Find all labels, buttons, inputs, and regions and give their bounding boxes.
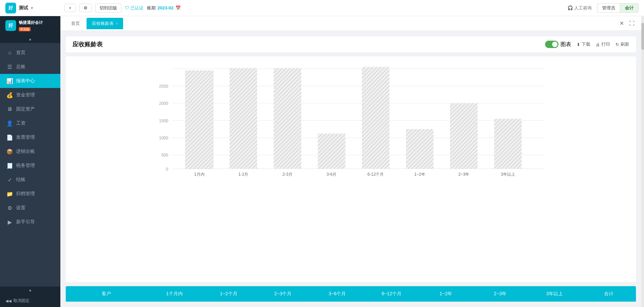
sidebar-item-label: 归档管理 xyxy=(16,191,35,197)
svg-text:1500: 1500 xyxy=(159,119,168,123)
th-total: 合计 xyxy=(582,286,636,302)
archive-icon: 📁 xyxy=(7,191,13,197)
logo-text-block: 畅捷通好会计 专业版 xyxy=(19,20,43,32)
sidebar-scroll-up[interactable]: ▲ xyxy=(0,35,60,43)
sidebar-item-inventory[interactable]: 📦 进销台账 xyxy=(0,144,60,159)
logo-text: 畅捷通好会计 xyxy=(19,20,43,26)
app-logo: 好 xyxy=(5,3,16,13)
main-layout: 好 畅捷通好会计 专业版 ▲ ⌂ 首页 ☰ 总账 📊 xyxy=(0,16,644,307)
page-header: 应收账龄表 图表 ⬇ 下载 🖨 打印 ↻ xyxy=(66,36,636,52)
svg-text:500: 500 xyxy=(161,153,168,158)
download-icon: ⬇ xyxy=(577,42,580,47)
invoice-icon: 📄 xyxy=(7,134,13,140)
svg-rect-18 xyxy=(274,68,301,169)
sidebar-item-label: 进销台账 xyxy=(16,148,35,155)
logo-icon: 好 xyxy=(5,20,16,31)
svg-text:3-6月: 3-6月 xyxy=(327,172,337,177)
toggle-control[interactable] xyxy=(545,41,558,48)
refresh-label: 刷新 xyxy=(621,41,629,47)
ledger-icon: ☰ xyxy=(7,64,13,70)
sidebar-item-label: 工资 xyxy=(16,120,25,126)
dropdown-icon[interactable]: ▾ xyxy=(31,6,33,10)
chart-container: 0 500 1000 1500 2000 2500 1月内 1-2月 2-3月 xyxy=(66,56,636,282)
sidebar-item-settings[interactable]: ⚙ 设置 xyxy=(0,201,60,215)
th-3-6month: 3~6个月 xyxy=(310,286,365,302)
right-scrollbar[interactable] xyxy=(641,16,644,307)
main-area: 首页 应收账龄表 × ✕ ⛶ 应收账龄表 图表 xyxy=(60,16,641,307)
svg-text:0: 0 xyxy=(166,167,168,172)
svg-text:3年以上: 3年以上 xyxy=(501,172,515,177)
add-btn[interactable]: + xyxy=(64,4,76,12)
sidebar-item-archive[interactable]: 📁 归档管理 xyxy=(0,187,60,201)
page-content: 应收账龄表 图表 ⬇ 下载 🖨 打印 ↻ xyxy=(60,31,641,307)
service-text: 人工咨询 xyxy=(574,5,592,11)
top-header: 好 测试 ▾ + ⚙ 切到旧版 🛡 已认证 账期 2023-02 📅 🎧 人工咨… xyxy=(0,0,644,16)
th-3plus-year: 3年以上 xyxy=(527,286,582,302)
bar-chart: 0 500 1000 1500 2000 2500 1月内 1-2月 2-3月 xyxy=(71,62,631,189)
service-btn[interactable]: 🎧 人工咨询 xyxy=(568,5,592,11)
sidebar-item-reports[interactable]: 📊 报表中心 xyxy=(0,74,60,88)
sidebar-pin-btn[interactable]: ◀◀ 取消固定 xyxy=(0,295,60,307)
svg-text:2000: 2000 xyxy=(159,101,168,106)
sidebar-item-closing[interactable]: ✓ 结账 xyxy=(0,173,60,187)
sidebar-item-home[interactable]: ⌂ 首页 xyxy=(0,46,60,60)
company-selector[interactable]: 好 测试 ▾ xyxy=(5,3,59,13)
reports-icon: 📊 xyxy=(7,78,13,84)
sidebar-item-funds[interactable]: 💰 资金管理 xyxy=(0,88,60,102)
funds-icon: 💰 xyxy=(7,92,13,98)
inventory-icon: 📦 xyxy=(7,148,13,155)
svg-text:1-2月: 1-2月 xyxy=(238,172,249,177)
user-role-btn[interactable]: 会计 xyxy=(620,3,639,13)
assets-icon: 🖥 xyxy=(7,106,13,112)
close-tab-btn[interactable]: ✕ xyxy=(618,19,625,28)
certified-badge: 🛡 已认证 xyxy=(125,5,144,11)
svg-rect-22 xyxy=(362,67,389,169)
scroll-up-icon: ▲ xyxy=(29,37,32,41)
tab-receivable-aging[interactable]: 应收账龄表 × xyxy=(87,18,123,29)
logo-badge: 专业版 xyxy=(19,26,43,32)
sidebar-item-invoice[interactable]: 📄 发票管理 xyxy=(0,130,60,144)
sidebar: 好 畅捷通好会计 专业版 ▲ ⌂ 首页 ☰ 总账 📊 xyxy=(0,16,60,307)
sidebar-item-label: 设置 xyxy=(16,205,25,211)
th-6-12month: 6~12个月 xyxy=(364,286,419,302)
tab-home[interactable]: 首页 xyxy=(66,18,85,29)
tabs-bar: 首页 应收账龄表 × ✕ ⛶ xyxy=(60,16,641,31)
sidebar-item-label: 结账 xyxy=(16,177,25,183)
sidebar-item-salary[interactable]: 👤 工资 xyxy=(0,116,60,130)
switch-version-btn[interactable]: 切到旧版 xyxy=(95,3,121,13)
salary-icon: 👤 xyxy=(7,120,13,126)
svg-rect-20 xyxy=(318,134,345,169)
sidebar-item-tax[interactable]: 🧾 税务管理 xyxy=(0,159,60,173)
sidebar-item-ledger[interactable]: ☰ 总账 xyxy=(0,60,60,74)
chart-toggle[interactable]: 图表 xyxy=(545,41,571,48)
calendar-icon[interactable]: 📅 xyxy=(175,5,181,10)
toggle-label: 图表 xyxy=(560,41,571,48)
sidebar-item-guide[interactable]: ▶ 新手引导 xyxy=(0,215,60,229)
tab-close-btn[interactable]: × xyxy=(116,21,118,26)
svg-text:6-12个月: 6-12个月 xyxy=(368,172,384,177)
expand-tab-btn[interactable]: ⛶ xyxy=(628,19,636,28)
print-btn[interactable]: 🖨 打印 xyxy=(596,41,610,47)
header-actions: + ⚙ 切到旧版 🛡 已认证 账期 2023-02 📅 xyxy=(64,3,181,13)
sidebar-scroll-down[interactable]: ▼ xyxy=(0,287,60,295)
period-display: 账期 2023-02 📅 xyxy=(147,5,181,11)
sidebar-logo: 好 畅捷通好会计 专业版 xyxy=(0,16,60,35)
svg-text:2500: 2500 xyxy=(159,84,168,89)
tabs-right-controls: ✕ ⛶ xyxy=(618,19,636,28)
table-header: 客户 1个月内 1~2个月 2~3个月 3~6个月 6~12个月 1~2年 2~… xyxy=(66,286,636,302)
svg-rect-26 xyxy=(450,103,478,169)
refresh-btn[interactable]: ↻ 刷新 xyxy=(615,41,629,47)
scroll-down-icon: ▼ xyxy=(29,289,32,293)
settings-btn[interactable]: ⚙ xyxy=(79,4,92,12)
download-btn[interactable]: ⬇ 下载 xyxy=(577,41,590,47)
scrollbar-thumb[interactable] xyxy=(641,23,644,50)
user-manager-btn[interactable]: 管理员 xyxy=(597,3,620,13)
download-label: 下载 xyxy=(582,41,590,47)
svg-text:1000: 1000 xyxy=(159,136,168,140)
pin-icon: ◀◀ xyxy=(5,299,11,303)
sidebar-item-label: 报表中心 xyxy=(16,78,35,84)
sidebar-item-assets[interactable]: 🖥 固定资产 xyxy=(0,102,60,116)
sidebar-nav: ⌂ 首页 ☰ 总账 📊 报表中心 💰 资金管理 🖥 固定资产 👤 工资 xyxy=(0,43,60,287)
certified-icon: 🛡 xyxy=(125,5,129,10)
print-icon: 🖨 xyxy=(596,42,600,47)
